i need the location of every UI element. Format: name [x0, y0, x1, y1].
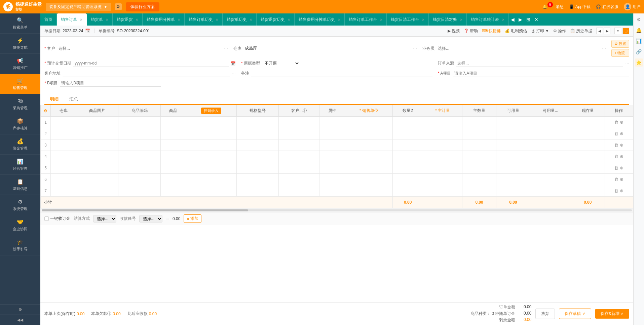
address-more-btn[interactable]: ··· — [232, 71, 236, 76]
row-copy-5[interactable]: ⊕ — [620, 165, 623, 170]
remarks-input[interactable] — [251, 70, 432, 77]
row-qty2-7[interactable] — [393, 185, 423, 197]
row-code-2[interactable] — [118, 128, 160, 139]
delivery-date-input[interactable] — [73, 60, 229, 67]
tab-goods-history[interactable]: 销货单历史 ✕ — [223, 13, 257, 26]
order-source-input[interactable] — [456, 60, 623, 67]
row-code-4[interactable] — [118, 151, 160, 162]
scrollbar-thumb[interactable] — [42, 209, 248, 211]
row-available-4[interactable] — [496, 151, 530, 162]
tab-sales-order[interactable]: 销售订单 ✕ — [57, 13, 87, 26]
row-available-more-1[interactable] — [530, 117, 571, 128]
row-main-unit-3[interactable] — [423, 139, 462, 151]
calendar-icon[interactable]: 📅 — [85, 29, 90, 33]
row-attr-1[interactable] — [319, 117, 345, 128]
staff-input[interactable] — [437, 45, 600, 52]
row-product-7[interactable] — [160, 185, 186, 197]
sidebar-item-quicknav[interactable]: ⚡ 快捷导航 — [0, 34, 40, 54]
grid-view-btn[interactable]: ⊞ — [622, 28, 629, 34]
row-attr-2[interactable] — [319, 128, 345, 139]
toolbar-shortcut[interactable]: ⌨ 快捷键 — [482, 28, 501, 34]
row-main-unit-1[interactable] — [423, 117, 462, 128]
toolbar-print[interactable]: 🖨 打印 ▼ — [531, 28, 549, 34]
row-available-3[interactable] — [496, 139, 530, 151]
row-stock-3[interactable] — [571, 139, 605, 151]
tab-sales-return[interactable]: 销货退货 ✕ — [113, 13, 143, 26]
row-delete-4[interactable]: 🗑 — [614, 154, 618, 159]
row-warehouse-7[interactable] — [51, 185, 76, 197]
row-warehouse-2[interactable] — [51, 128, 76, 139]
right-icon-active[interactable]: ⭐ — [635, 58, 643, 67]
row-spec-7[interactable] — [236, 185, 278, 197]
row-stock-2[interactable] — [571, 128, 605, 139]
row-product-4[interactable] — [160, 151, 186, 162]
customer-input[interactable] — [57, 45, 222, 52]
logistics-btn[interactable]: + 物流 — [611, 49, 629, 57]
row-available-more-2[interactable] — [530, 128, 571, 139]
row-product-3[interactable] — [160, 139, 186, 151]
row-copy-6[interactable]: ⊕ — [620, 177, 623, 182]
row-customer-code-7[interactable] — [279, 185, 319, 197]
row-code-3[interactable] — [118, 139, 160, 151]
scan-input-btn[interactable]: 扫码录入 — [201, 108, 221, 114]
order-source-more-btn[interactable]: ··· — [625, 61, 629, 66]
toolbar-operations[interactable]: ⚙ 操作 — [553, 28, 566, 34]
settings-form-btn[interactable]: ⚙ 设置 — [611, 40, 629, 48]
calendar2-icon[interactable]: 📅 — [231, 61, 236, 66]
date-value[interactable]: 2023-03-24 — [63, 29, 83, 33]
row-main-unit-5[interactable] — [423, 162, 462, 174]
row-sales-unit-7[interactable] — [345, 185, 393, 197]
tab-nav-expand[interactable]: ⊞ — [524, 17, 532, 22]
a-project-input[interactable] — [453, 70, 629, 77]
row-attr-4[interactable] — [319, 151, 345, 162]
tab-nav-next[interactable]: ▶ — [517, 17, 524, 22]
tab-summary[interactable]: 汇总 — [64, 94, 83, 105]
row-delete-7[interactable]: 🗑 — [614, 188, 618, 193]
row-stock-7[interactable] — [571, 185, 605, 197]
sidebar-settings-btn[interactable]: ⚙ — [0, 304, 40, 315]
tab-return-history[interactable]: 销货退货历史 ✕ — [257, 13, 295, 26]
tab-detail[interactable]: 明细 — [44, 94, 64, 105]
row-sales-unit-2[interactable] — [345, 128, 393, 139]
row-qty2-3[interactable] — [393, 139, 423, 151]
row-customer-code-4[interactable] — [279, 151, 319, 162]
row-main-qty-5[interactable] — [462, 162, 496, 174]
row-available-more-3[interactable] — [530, 139, 571, 151]
row-available-more-6[interactable] — [530, 174, 571, 185]
industry-solution-button[interactable]: 体验行业方案 — [126, 2, 159, 11]
tab-goods-history-close[interactable]: ✕ — [250, 18, 252, 22]
row-available-more-4[interactable] — [530, 151, 571, 162]
auto-settle-checkbox[interactable] — [44, 216, 49, 221]
page-prev-btn[interactable]: ◀ — [596, 28, 603, 34]
customer-more-btn[interactable]: ··· — [224, 46, 228, 51]
row-main-qty-3[interactable] — [462, 139, 496, 151]
row-code-5[interactable] — [118, 162, 160, 174]
row-stock-6[interactable] — [571, 174, 605, 185]
tab-sales-goods[interactable]: 销货单 ✕ — [87, 13, 113, 26]
system-selector[interactable]: 装备及固定资产辅助管理系统 ▼ — [46, 3, 111, 11]
dots-more-btn[interactable]: ··· — [166, 216, 169, 221]
row-main-qty-7[interactable] — [462, 185, 496, 197]
row-product-5[interactable] — [160, 162, 186, 174]
toolbar-video[interactable]: ▶ 视频 — [448, 28, 460, 34]
row-available-1[interactable] — [496, 117, 530, 128]
row-stock-1[interactable] — [571, 117, 605, 128]
row-product-2[interactable] — [160, 128, 186, 139]
user-item[interactable]: 👤 用户 — [624, 3, 641, 10]
b-project-input[interactable] — [60, 80, 161, 87]
row-copy-3[interactable]: ⊕ — [620, 143, 623, 148]
row-sales-unit-5[interactable] — [345, 162, 393, 174]
row-attr-5[interactable] — [319, 162, 345, 174]
row-spec-2[interactable] — [236, 128, 278, 139]
tab-sales-order-close[interactable]: ✕ — [80, 18, 82, 22]
tab-cash-workbench-close[interactable]: ✕ — [422, 18, 424, 22]
tab-expense-history[interactable]: 销售费用分摊单历史 ✕ — [295, 13, 345, 26]
row-sales-unit-6[interactable] — [345, 174, 393, 185]
row-main-qty-4[interactable] — [462, 151, 496, 162]
settings-icon[interactable]: ⚙ — [115, 3, 122, 10]
toolbar-history[interactable]: 📋 历史单据 — [570, 28, 592, 34]
row-code-6[interactable] — [118, 174, 160, 185]
row-attr-3[interactable] — [319, 139, 345, 151]
sidebar-item-guide[interactable]: 🎓 新手引导 — [0, 235, 40, 255]
toolbar-profit[interactable]: 💰 毛利预估 — [505, 28, 527, 34]
